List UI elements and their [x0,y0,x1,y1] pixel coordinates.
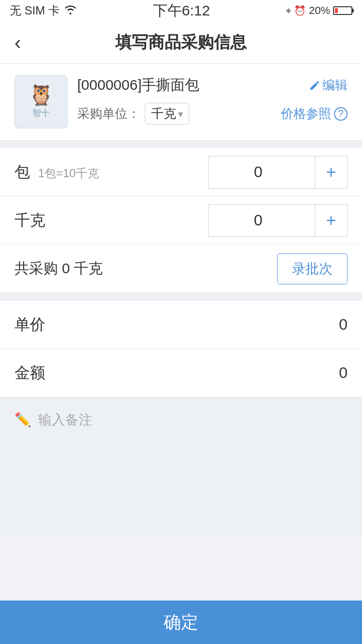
product-header: [0000006]手撕面包 编辑 [77,75,348,95]
edit-button[interactable]: 编辑 [309,77,348,94]
section-divider-2 [0,293,362,301]
price-ref-help-icon: ? [334,107,348,121]
alarm-icon: ⏰ [294,5,306,16]
amount-label: 金额 [14,363,45,384]
package-sub-label: 1包=10千克 [38,167,99,180]
kilogram-number-input[interactable] [209,204,315,237]
package-input-control: + [209,156,348,189]
wifi-icon [64,4,77,17]
amount-value: 0 [339,364,348,382]
unit-price-row: 单价 0 [0,301,362,349]
product-image: 🦉 智十 [14,75,68,128]
note-section: ✏️ 输入备注 [0,397,362,532]
nav-bar: ‹ 填写商品采购信息 [0,21,362,64]
kilogram-input-row: 千克 + [0,196,362,245]
unit-price-label: 单价 [14,314,45,336]
battery-percent: 20% [309,4,330,17]
product-card: 🦉 智十 [0000006]手撕面包 编辑 采购单位： 千克 ▾ [0,64,362,140]
price-ref-button[interactable]: 价格参照 ? [281,105,348,122]
package-label: 包 1包=10千克 [14,162,209,183]
status-left: 无 SIM 卡 [10,3,77,18]
note-input-area[interactable]: ✏️ 输入备注 [14,411,348,429]
kilogram-input-control: + [209,204,348,237]
note-placeholder: 输入备注 [38,411,92,429]
package-plus-button[interactable]: + [315,156,348,189]
price-section: 单价 0 金额 0 [0,301,362,397]
bottom-spacer [0,532,362,576]
package-number-input[interactable] [209,156,315,189]
amount-row: 金额 0 [0,349,362,397]
confirm-button[interactable]: 确定 [0,601,362,644]
status-right: ⌖ ⏰ 20% [286,4,352,17]
kilogram-plus-button[interactable]: + [315,204,348,237]
summary-row: 共采购 0 千克 录批次 [0,245,362,293]
product-name: [0000006]手撕面包 [77,75,199,95]
location-icon: ⌖ [286,5,291,16]
product-logo-text: 智十 [32,107,50,119]
batch-button[interactable]: 录批次 [277,253,348,284]
battery-icon [333,6,352,15]
purchase-unit: 采购单位： 千克 ▾ [77,103,189,125]
status-bar: 无 SIM 卡 下午6:12 ⌖ ⏰ 20% [0,0,362,21]
pencil-icon: ✏️ [14,412,31,428]
no-sim-text: 无 SIM 卡 [10,3,60,18]
unit-dropdown[interactable]: 千克 ▾ [145,103,189,125]
status-time: 下午6:12 [153,1,210,21]
kilogram-label: 千克 [14,210,209,231]
page-title: 填写商品采购信息 [115,31,247,54]
product-info: [0000006]手撕面包 编辑 采购单位： 千克 ▾ 价格参照 ? [77,75,348,125]
summary-text: 共采购 0 千克 [14,259,103,279]
back-button[interactable]: ‹ [14,33,21,52]
package-input-row: 包 1包=10千克 + [0,148,362,196]
product-meta: 采购单位： 千克 ▾ 价格参照 ? [77,103,348,125]
section-divider-1 [0,140,362,148]
input-section: 包 1包=10千克 + 千克 + 共采购 0 千克 录批次 [0,148,362,293]
product-logo-icon: 🦉 [28,85,54,105]
unit-price-value: 0 [339,316,348,334]
